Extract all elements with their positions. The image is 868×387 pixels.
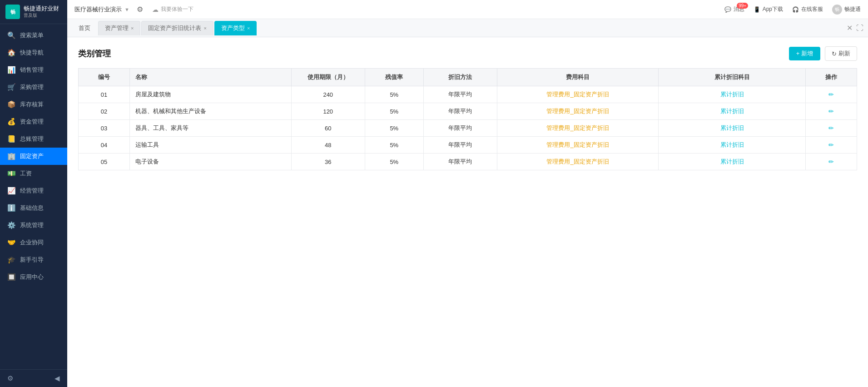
- project-selector[interactable]: 医疗器械行业演示 ▼: [74, 5, 129, 14]
- cell-name-1: 机器、机械和其他生产设备: [130, 103, 292, 120]
- cell-residual-2: 5%: [365, 120, 423, 137]
- col-header-code: 编号: [79, 69, 130, 86]
- table-row: 01 房屋及建筑物 240 5% 年限平均 管理费用_固定资产折旧 累计折旧 ✏: [79, 86, 857, 103]
- fixed-icon: 🏢: [7, 152, 15, 160]
- cell-period-4: 36: [291, 154, 365, 170]
- online-service-icon: 🎧: [792, 6, 799, 13]
- logo-icon: 畅: [5, 5, 20, 19]
- sidebar-item-purchase[interactable]: 🛒 采购管理: [0, 79, 67, 96]
- project-name: 医疗器械行业演示: [74, 5, 122, 14]
- salary-icon: 💵: [7, 169, 15, 178]
- table-row: 03 器具、工具、家具等 60 5% 年限平均 管理费用_固定资产折旧 累计折旧…: [79, 120, 857, 137]
- project-dropdown-icon: ▼: [124, 7, 129, 12]
- trial-button[interactable]: ☁ 我要体验一下: [152, 5, 193, 13]
- sidebar-item-label-system: 系统管理: [20, 221, 44, 229]
- sidebar-item-inventory[interactable]: 📦 库存核算: [0, 96, 67, 113]
- app-logo: 畅 畅捷通好业财 普及版: [0, 0, 67, 24]
- collapse-icon[interactable]: ◀: [55, 374, 60, 382]
- tab-close-asset_mgmt[interactable]: ×: [131, 25, 134, 31]
- topbar-right: 💬 消息 99+ 📱 App下载 🎧 在线客服 畅 畅捷通: [724, 5, 861, 15]
- table-body: 01 房屋及建筑物 240 5% 年限平均 管理费用_固定资产折旧 累计折旧 ✏…: [79, 86, 857, 170]
- online-service-button[interactable]: 🎧 在线客服: [792, 5, 823, 13]
- tab-asset_type[interactable]: 资产类型×: [214, 21, 257, 35]
- message-button[interactable]: 💬 消息 99+: [724, 5, 744, 13]
- sidebar-item-basic[interactable]: ℹ️ 基础信息: [0, 199, 67, 217]
- close-tab-icon[interactable]: ✕: [847, 24, 853, 32]
- sidebar-item-sales[interactable]: 📊 销售管理: [0, 61, 67, 79]
- cell-code-4: 05: [79, 154, 130, 170]
- cell-period-3: 48: [291, 137, 365, 154]
- tab-label-depreciation: 固定资产折旧统计表: [148, 24, 201, 32]
- cell-period-0: 240: [291, 86, 365, 103]
- sidebar-item-label-fixed: 固定资产: [20, 152, 44, 160]
- sidebar-item-search[interactable]: 🔍 搜索菜单: [0, 27, 67, 44]
- cell-period-2: 60: [291, 120, 365, 137]
- cell-action-1: ✏: [805, 103, 857, 120]
- tab-home[interactable]: 首页: [72, 21, 97, 35]
- sidebar-item-label-quicknav: 快捷导航: [20, 49, 44, 57]
- sidebar-item-biz[interactable]: 📈 经营管理: [0, 182, 67, 199]
- edit-icon-4[interactable]: ✏: [828, 158, 834, 165]
- sidebar-item-fixed[interactable]: 🏢 固定资产: [0, 148, 67, 165]
- tab-close-depreciation[interactable]: ×: [203, 25, 206, 31]
- sidebar-item-label-inventory: 库存核算: [20, 100, 44, 109]
- cell-residual-3: 5%: [365, 137, 423, 154]
- maximize-icon[interactable]: ⛶: [856, 24, 863, 32]
- logo-name: 畅捷通好业财: [24, 5, 59, 13]
- cell-method-1: 年限平均: [423, 103, 497, 120]
- sidebar: 畅 畅捷通好业财 普及版 🔍 搜索菜单 🏠 快捷导航 📊 销售管理 🛒 采购管理…: [0, 0, 67, 387]
- guide-icon: 🎓: [7, 256, 15, 264]
- sidebar-item-quicknav[interactable]: 🏠 快捷导航: [0, 44, 67, 61]
- user-avatar: 畅: [832, 5, 842, 15]
- biz-icon: 📈: [7, 187, 15, 195]
- topbar: 医疗器械行业演示 ▼ ⚙ ☁ 我要体验一下 💬 消息 99+ 📱 App下载 🎧…: [67, 0, 868, 19]
- cell-expense-1: 管理费用_固定资产折旧: [497, 103, 659, 120]
- col-header-period: 使用期限（月）: [291, 69, 365, 86]
- message-icon: 💬: [724, 6, 731, 13]
- edit-icon-2[interactable]: ✏: [828, 124, 834, 132]
- sidebar-item-label-biz: 经营管理: [20, 187, 44, 195]
- edit-icon-1[interactable]: ✏: [828, 108, 834, 115]
- cell-accum-2: 累计折旧: [659, 120, 805, 137]
- settings-icon[interactable]: ⚙: [7, 374, 13, 382]
- cell-code-3: 04: [79, 137, 130, 154]
- category-table: 编号 名称 使用期限（月） 残值率 折旧方法 费用科目 累计折旧科目 操作 01…: [78, 68, 857, 170]
- sidebar-item-label-basic: 基础信息: [20, 204, 44, 212]
- page-content: 类别管理 + 新增 ↻ 刷新 编号 名称 使用期限（月） 残值率 折旧方法 费用…: [67, 37, 868, 387]
- topbar-settings-icon[interactable]: ⚙: [137, 5, 143, 14]
- sidebar-item-label-guide: 新手引导: [20, 256, 44, 264]
- col-header-method: 折旧方法: [423, 69, 497, 86]
- sidebar-item-apps[interactable]: 🔲 应用中心: [0, 268, 67, 286]
- basic-icon: ℹ️: [7, 204, 15, 212]
- table-row: 02 机器、机械和其他生产设备 120 5% 年限平均 管理费用_固定资产折旧 …: [79, 103, 857, 120]
- new-button[interactable]: + 新增: [789, 47, 820, 60]
- col-header-accum: 累计折旧科目: [659, 69, 805, 86]
- online-service-label: 在线客服: [801, 5, 823, 13]
- refresh-button[interactable]: ↻ 刷新: [825, 46, 857, 61]
- edit-icon-0[interactable]: ✏: [828, 91, 834, 98]
- tabs-bar: 首页资产管理×固定资产折旧统计表×资产类型× ✕ ⛶: [67, 19, 868, 37]
- tabs-actions: ✕ ⛶: [847, 24, 863, 32]
- sidebar-item-ledger[interactable]: 📒 总账管理: [0, 130, 67, 148]
- app-download-button[interactable]: 📱 App下载: [754, 5, 783, 13]
- cell-action-3: ✏: [805, 137, 857, 154]
- cell-residual-0: 5%: [365, 86, 423, 103]
- sidebar-item-salary[interactable]: 💵 工资: [0, 165, 67, 182]
- tab-depreciation[interactable]: 固定资产折旧统计表×: [141, 21, 213, 35]
- sidebar-item-capital[interactable]: 💰 资金管理: [0, 113, 67, 130]
- user-name: 畅捷通: [844, 5, 861, 13]
- user-info[interactable]: 畅 畅捷通: [832, 5, 861, 15]
- app-download-label: App下载: [763, 5, 783, 13]
- tab-asset_mgmt[interactable]: 资产管理×: [98, 21, 140, 35]
- sidebar-item-guide[interactable]: 🎓 新手引导: [0, 251, 67, 268]
- cell-action-0: ✏: [805, 86, 857, 103]
- sidebar-item-system[interactable]: ⚙️ 系统管理: [0, 217, 67, 234]
- tab-close-asset_type[interactable]: ×: [247, 25, 250, 31]
- trial-icon: ☁: [152, 6, 159, 13]
- table-row: 04 运输工具 48 5% 年限平均 管理费用_固定资产折旧 累计折旧 ✏: [79, 137, 857, 154]
- col-header-residual: 残值率: [365, 69, 423, 86]
- edit-icon-3[interactable]: ✏: [828, 141, 834, 149]
- cell-residual-4: 5%: [365, 154, 423, 170]
- logo-version: 普及版: [24, 12, 59, 19]
- sidebar-item-corp[interactable]: 🤝 企业协同: [0, 234, 67, 251]
